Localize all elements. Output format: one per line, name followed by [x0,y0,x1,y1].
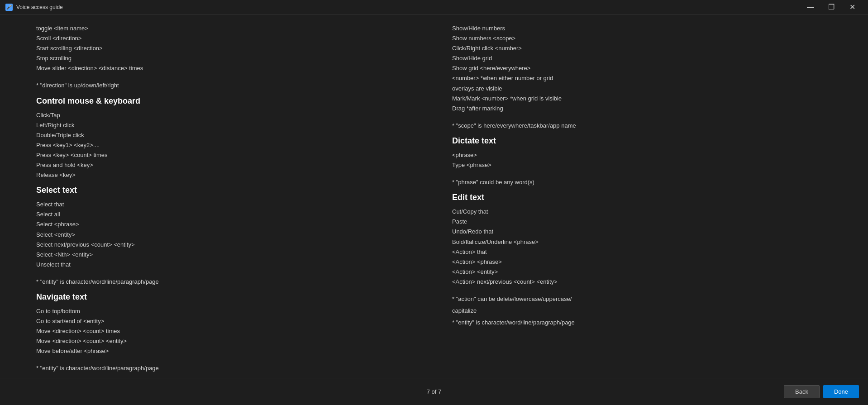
right-column: Show/Hide numbers Show numbers <scope> C… [434,24,832,369]
cmd-show-hide-grid: Show/Hide grid [452,53,832,63]
cmd-press-hold: Press and hold <key> [36,160,416,170]
section-show-hide-numbers: Show/Hide numbers Show numbers <scope> C… [452,24,832,131]
cmd-action-phrase: <Action> <phrase> [452,257,832,267]
left-column: toggle <item name> Scroll <direction> St… [36,24,434,369]
cmd-select-entity: Select <entity> [36,230,416,240]
cmd-cut-copy: Cut/Copy that [452,207,832,217]
cmd-type-phrase: Type <phrase> [452,160,832,170]
cmd-phrase: <phrase> [452,150,832,160]
cmd-select-nth: Select <Nth> <entity> [36,250,416,260]
select-text-note: * "entity" is character/word/line/paragr… [36,277,416,287]
cmd-move-direction-entity: Move <direction> <count> <entity> [36,336,416,346]
cmd-stop-scrolling: Stop scrolling [36,53,416,63]
cmd-number-when: <number> *when either number or grid [452,73,832,83]
cmd-goto-start-end: Go to start/end of <entity> [36,316,416,326]
cmd-drag: Drag *after marking [452,104,832,114]
cmd-click-tap: Click/Tap [36,110,416,120]
section-edit-text-title: Edit text [452,193,832,202]
cmd-action-entity: <Action> <entity> [452,267,832,277]
window-title: Voice access guide [16,4,63,10]
continued-note: * "direction" is up/down/left/right [36,81,416,91]
cmd-click-right-click-number: Click/Right click <number> [452,43,832,53]
section-control-mouse-title: Control mouse & keyboard [36,96,416,106]
cmd-show-numbers-scope: Show numbers <scope> [452,33,832,43]
content-area: toggle <item name> Scroll <direction> St… [0,14,868,378]
window-controls[interactable]: — ❐ ✕ [800,0,863,14]
cmd-select-next-prev: Select next/previous <count> <entity> [36,240,416,250]
cmd-action-that: <Action> that [452,247,832,257]
cmd-left-right-click: Left/Right click [36,120,416,130]
close-button[interactable]: ✕ [842,0,863,14]
cmd-show-hide-numbers: Show/Hide numbers [452,24,832,33]
section-dictate-text: Dictate text <phrase> Type <phrase> * "p… [452,136,832,187]
back-button[interactable]: Back [784,385,820,398]
section-edit-text: Edit text Cut/Copy that Paste Undo/Redo … [452,193,832,328]
cmd-move-slider: Move slider <direction> <distance> times [36,63,416,73]
dictate-note: * "phrase" could be any word(s) [452,177,832,187]
edit-note-1: * "action" can be delete/lowercase/upper… [452,294,832,304]
cmd-undo-redo: Undo/Redo that [452,227,832,237]
edit-note-capitalize: capitalize [452,306,832,316]
title-bar-left: 🎤 Voice access guide [5,4,63,11]
cmd-start-scrolling: Start scrolling <direction> [36,43,416,53]
navigate-note-1: * "entity" is character/word/line/paragr… [36,363,416,373]
cmd-release-key: Release <key> [36,170,416,180]
continued-commands: toggle <item name> Scroll <direction> St… [36,24,416,91]
section-dictate-text-title: Dictate text [452,136,832,146]
section-navigate-text-title: Navigate text [36,292,416,302]
minimize-button[interactable]: — [800,0,821,14]
footer: 7 of 7 Back Done [0,378,868,405]
cmd-bold-italicize: Bold/Italicize/Underline <phrase> [452,237,832,247]
cmd-paste: Paste [452,217,832,227]
footer-buttons[interactable]: Back Done [784,385,859,398]
section-control-mouse: Control mouse & keyboard Click/Tap Left/… [36,96,416,181]
cmd-select-phrase: Select <phrase> [36,219,416,229]
cmd-select-that: Select that [36,200,416,210]
cmd-move-direction-count: Move <direction> <count> times [36,326,416,336]
cmd-move-before-after: Move before/after <phrase> [36,346,416,356]
cmd-goto-top-bottom: Go to top/bottom [36,306,416,316]
page-indicator: 7 of 7 [427,388,442,395]
section-navigate-text: Navigate text Go to top/bottom Go to sta… [36,292,416,378]
cmd-double-triple-click: Double/Triple click [36,130,416,140]
cmd-action-next-prev: <Action> next/previous <count> <entity> [452,277,832,287]
restore-button[interactable]: ❐ [821,0,842,14]
cmd-toggle: toggle <item name> [36,24,416,33]
cmd-overlays-visible: overlays are visible [452,84,832,94]
app-icon: 🎤 [5,4,13,11]
section-select-text-title: Select text [36,186,416,195]
cmd-press-keys: Press <key1> <key2>.... [36,140,416,150]
cmd-press-key-count: Press <key> <count> times [36,150,416,160]
cmd-unselect: Unselect that [36,260,416,270]
show-hide-note: * "scope" is here/everywhere/taskbar/app… [452,121,832,131]
edit-note-2: * "entity" is character/word/line/paragr… [452,318,832,328]
cmd-select-all: Select all [36,210,416,219]
cmd-scroll: Scroll <direction> [36,33,416,43]
title-bar: 🎤 Voice access guide — ❐ ✕ [0,0,868,14]
cmd-mark-number: Mark/Mark <number> *when grid is visible [452,94,832,104]
cmd-show-grid-here: Show grid <here/everywhere> [452,63,832,73]
section-select-text: Select text Select that Select all Selec… [36,186,416,287]
done-button[interactable]: Done [823,385,859,398]
